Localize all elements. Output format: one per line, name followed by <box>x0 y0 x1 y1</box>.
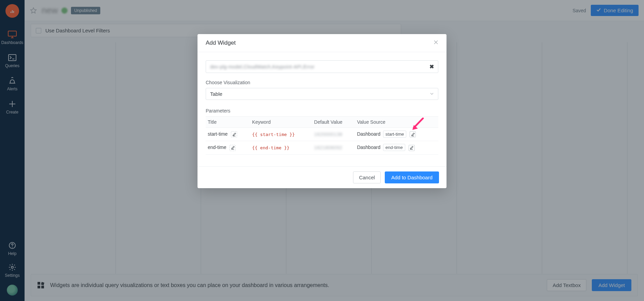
modal-header: Add Widget <box>197 34 447 52</box>
close-icon[interactable] <box>434 40 438 46</box>
query-search-value: dev-plg-model,CloudWatch,Keypoint-API,Er… <box>210 64 314 70</box>
param-keyword: {{ start-time }} <box>252 132 295 137</box>
param-row: end-time {{ end-time }} 1621806092 Dashb… <box>206 141 438 154</box>
modal-title: Add Widget <box>206 40 236 46</box>
param-default: 1620000138 <box>314 132 342 137</box>
visualization-value: Table <box>210 91 222 97</box>
cancel-button[interactable]: Cancel <box>353 171 381 183</box>
choose-visualization-label: Choose Visualization <box>206 80 438 85</box>
param-title: start-time <box>208 131 228 137</box>
clear-icon[interactable]: ✖ <box>429 63 434 70</box>
modal-overlay[interactable]: Add Widget dev-plg-model,CloudWatch,Keyp… <box>0 0 644 301</box>
col-keyword: Keyword <box>250 117 312 128</box>
col-default: Default Value <box>312 117 355 128</box>
parameters-label: Parameters <box>206 108 438 114</box>
query-search-input[interactable]: dev-plg-model,CloudWatch,Keypoint-API,Er… <box>206 60 438 73</box>
param-source-prefix: Dashboard <box>357 145 381 150</box>
param-row: start-time {{ start-time }} 1620000138 D… <box>206 128 438 141</box>
parameters-table: Title Keyword Default Value Value Source… <box>206 116 438 155</box>
col-source: Value Source <box>355 117 438 128</box>
modal-body: dev-plg-model,CloudWatch,Keypoint-API,Er… <box>197 52 447 163</box>
param-default: 1621806092 <box>314 145 342 150</box>
param-title: end-time <box>208 145 226 150</box>
param-source-chip: end-time <box>383 144 405 151</box>
modal-footer: Cancel Add to Dashboard <box>197 166 447 188</box>
edit-source-icon[interactable] <box>410 131 416 137</box>
param-keyword: {{ end-time }} <box>252 145 290 150</box>
param-source-chip: start-time <box>383 131 406 138</box>
col-title: Title <box>206 117 250 128</box>
add-widget-modal: Add Widget dev-plg-model,CloudWatch,Keyp… <box>197 34 447 188</box>
visualization-select[interactable]: Table <box>206 88 438 100</box>
param-source-prefix: Dashboard <box>357 131 381 137</box>
add-to-dashboard-button[interactable]: Add to Dashboard <box>385 171 439 183</box>
chevron-down-icon <box>430 91 434 97</box>
edit-source-icon[interactable] <box>409 145 415 151</box>
edit-title-icon[interactable] <box>230 145 236 151</box>
edit-title-icon[interactable] <box>231 131 237 137</box>
